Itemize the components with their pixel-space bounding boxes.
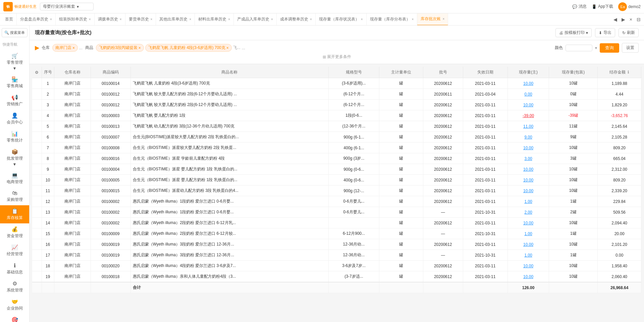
row-setting[interactable] xyxy=(32,196,42,207)
tab-close-icon[interactable]: × xyxy=(50,17,52,21)
row-setting[interactable] xyxy=(32,175,42,185)
tab-home[interactable]: 首页 xyxy=(2,13,17,25)
warehouse-tag-close-icon[interactable]: × xyxy=(72,46,75,50)
row-qty-main[interactable]: 10.00 xyxy=(507,261,549,271)
row-setting[interactable] xyxy=(32,89,42,100)
sidebar-item-会员中心[interactable]: 👤 会员中心 xyxy=(0,110,29,128)
export-button[interactable]: ⬇ 导出 xyxy=(595,28,615,37)
row-setting[interactable] xyxy=(32,121,42,132)
tab-现存量库存状况表[interactable]: 现存量（库存状况表） × xyxy=(316,13,367,25)
row-qty-main[interactable]: 0.00 xyxy=(507,89,549,100)
tab-成本调整单历史[interactable]: 成本调整单历史 × xyxy=(277,13,316,25)
row-qty-main[interactable]: 10.00 xyxy=(507,218,549,228)
app-download-btn[interactable]: 📱 App下载 xyxy=(592,4,613,9)
row-setting[interactable] xyxy=(32,271,42,282)
row-qty-main[interactable]: -39.00 xyxy=(507,110,549,121)
row-setting[interactable] xyxy=(32,228,42,239)
row-setting[interactable] xyxy=(32,261,42,271)
tab-close-icon[interactable]: × xyxy=(442,17,444,21)
sidebar-item-零售商城[interactable]: 🏪 零售商城 xyxy=(0,73,29,92)
tab-分盘盘点单历史[interactable]: 分盘盘点单历史 × xyxy=(17,13,56,25)
sidebar-item-零售统计[interactable]: 📊 零售统计 xyxy=(0,128,29,146)
user-area[interactable]: Ea demo2 xyxy=(618,2,641,11)
row-setting[interactable] xyxy=(32,78,42,89)
row-setting[interactable] xyxy=(32,185,42,196)
sidebar-item-营销推广[interactable]: 📢 营销推广 xyxy=(0,92,29,110)
tab-组装拆卸单历史[interactable]: 组装拆卸单历史 × xyxy=(56,13,95,25)
sidebar-item-基础信息[interactable]: ℹ 基础信息 xyxy=(0,260,29,278)
warehouse-more[interactable]: ... xyxy=(79,46,83,50)
refresh-button[interactable]: ↻ 刷新 xyxy=(619,28,639,37)
sidebar-item-经营管理[interactable]: 📈 经营管理 xyxy=(0,241,29,260)
sidebar-item-电商管理[interactable]: 💻 电商管理 xyxy=(0,169,29,187)
color-dropdown-icon[interactable]: ▾ xyxy=(595,46,597,50)
sidebar-item-库存核算[interactable]: 📋 库存核算 xyxy=(0,205,29,223)
row-qty-main[interactable]: 3.00 xyxy=(507,153,549,164)
tab-close-icon[interactable]: × xyxy=(271,17,273,21)
tab-menu-btn[interactable]: ⊟ xyxy=(635,17,642,22)
row-qty-main[interactable]: 10.00 xyxy=(507,175,549,185)
tab-材料出库单历史[interactable]: 材料出库单历史 × xyxy=(195,13,234,25)
row-setting[interactable] xyxy=(32,132,42,143)
row-setting[interactable] xyxy=(32,218,42,228)
tab-next-btn[interactable]: ▶ xyxy=(620,17,627,22)
tab-close-all-btn[interactable]: × xyxy=(628,17,634,22)
row-setting[interactable] xyxy=(32,153,42,164)
tab-close-icon[interactable]: × xyxy=(89,17,91,21)
tab-调拨单历史[interactable]: 调拨单历史 × xyxy=(95,13,125,25)
row-qty-main[interactable]: 11.00 xyxy=(507,121,549,132)
message-btn[interactable]: 💬 消息 xyxy=(572,4,587,9)
row-setting[interactable] xyxy=(32,143,42,153)
product-tag-close-icon[interactable]: × xyxy=(139,46,141,50)
row-setting[interactable] xyxy=(32,110,42,121)
tab-close-icon[interactable]: × xyxy=(189,17,191,21)
query-button[interactable]: 查询 xyxy=(600,43,619,53)
row-qty-main[interactable]: 1.00 xyxy=(507,196,549,207)
product-tag-2[interactable]: 飞鹤星飞帆 儿童奶粉 4段(3-6岁适用) 700克 × xyxy=(145,44,232,52)
row-setting[interactable] xyxy=(32,100,42,110)
setting-button[interactable]: 设置 xyxy=(622,43,639,53)
sidebar-item-采购管理[interactable]: 🛍 采购管理 xyxy=(0,187,29,205)
tab-库存批次账[interactable]: 库存批次账 × xyxy=(417,13,448,25)
sidebar-item-新手引导[interactable]: 🎯 新手引导 xyxy=(0,314,29,322)
search-menu-button[interactable]: 🔍 搜索菜单 xyxy=(2,28,28,37)
tab-close-icon[interactable]: × xyxy=(228,17,230,21)
sidebar-item-系统管理[interactable]: ⚙ 系统管理 xyxy=(0,278,29,296)
row-qty-main[interactable]: 10.00 xyxy=(507,271,549,282)
row-setting[interactable] xyxy=(32,250,42,261)
row-qty-main[interactable]: 1.00 xyxy=(507,228,549,239)
product-more[interactable]: 飞... xyxy=(233,45,240,51)
sidebar-item-零售管理[interactable]: 🛒 零售管理 ▼ xyxy=(0,50,29,73)
row-setting[interactable] xyxy=(32,239,42,250)
col-setting[interactable]: ⚙ xyxy=(32,67,42,78)
tab-close-icon[interactable]: × xyxy=(120,17,122,21)
row-qty-main[interactable]: 10.00 xyxy=(507,185,549,196)
tab-close-icon[interactable]: × xyxy=(151,17,153,21)
filter-expand-button[interactable]: ▶ xyxy=(35,45,39,51)
row-setting[interactable] xyxy=(32,164,42,175)
store-selector[interactable]: 母婴行业演示账套 ▾ xyxy=(40,3,94,10)
row-qty-main[interactable]: 2.00 xyxy=(507,207,549,218)
row-qty-main[interactable]: 10.00 xyxy=(507,78,549,89)
color-filter-input[interactable] xyxy=(566,45,592,51)
row-setting[interactable] xyxy=(32,207,42,218)
product-more-dots[interactable]: ... xyxy=(242,46,245,50)
row-qty-main[interactable]: 10.00 xyxy=(507,164,549,175)
row-qty-main[interactable]: 10.00 xyxy=(507,100,549,110)
product-tag-1[interactable]: 飞鹤奶粉3段丙罐提装 × xyxy=(96,44,144,52)
tab-现存量库存分布表[interactable]: 现存量（库存分布表） × xyxy=(367,13,418,25)
tab-其他出库单历史[interactable]: 其他出库单历史 × xyxy=(156,13,195,25)
sidebar-item-资金管理[interactable]: 💰 资金管理 xyxy=(0,223,29,241)
tab-close-icon[interactable]: × xyxy=(361,17,363,21)
warehouse-tag-南岸门店[interactable]: 南岸门店 × xyxy=(52,44,78,52)
tab-close-icon[interactable]: × xyxy=(412,17,414,21)
row-qty-main[interactable]: 10.00 xyxy=(507,239,549,250)
tab-要货单历史[interactable]: 要货单历史 × xyxy=(125,13,156,25)
print-button[interactable]: 🖨 按模板打印 ▾ xyxy=(555,28,592,37)
sidebar-item-企业协同[interactable]: 🤝 企业协同 xyxy=(0,296,29,314)
tab-prev-btn[interactable]: ◀ xyxy=(612,17,619,22)
expand-more-conditions[interactable]: ⊞ 展开更多条件 xyxy=(35,53,639,61)
product-tag-close-icon[interactable]: × xyxy=(226,46,229,50)
sidebar-item-批发管理[interactable]: 📦 批发管理 ▼ xyxy=(0,146,29,169)
tab-产成品入库单历史[interactable]: 产成品入库单历史 × xyxy=(234,13,277,25)
